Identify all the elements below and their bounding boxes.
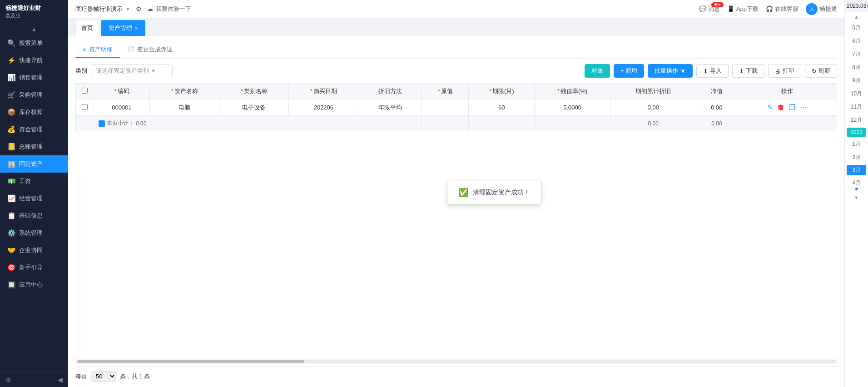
category-filter[interactable]: 请选择固定资产类别 ▼ xyxy=(91,64,173,77)
sidebar-item-label: 库存核算 xyxy=(19,108,43,116)
tab-asset-management[interactable]: 资产管理 × xyxy=(101,20,145,36)
date-item-jun[interactable]: 6月 xyxy=(845,35,868,48)
scroll-track[interactable] xyxy=(77,360,835,363)
operations-icon: 📈 xyxy=(7,194,15,203)
date-item-jan[interactable]: 1月 xyxy=(845,138,868,151)
sidebar-item-operations[interactable]: 📈 经营管理 xyxy=(0,190,68,207)
username-label: 畅捷通 xyxy=(819,5,837,13)
row-checkbox[interactable] xyxy=(82,104,88,110)
add-button[interactable]: + 新增 xyxy=(614,64,644,78)
import-button[interactable]: ⬇ 导入 xyxy=(696,64,729,78)
toast-success-icon: ✅ xyxy=(458,188,468,198)
sidebar-item-system[interactable]: ⚙️ 系统管理 xyxy=(0,224,68,242)
sidebar-item-label: 搜索菜单 xyxy=(19,39,43,47)
scroll-bar-area xyxy=(75,359,837,364)
sub-tab-voucher-gen[interactable]: 📄 变更生成凭证 xyxy=(120,42,180,58)
filter-placeholder: 请选择固定资产类别 xyxy=(96,67,149,75)
sub-tab-asset-detail[interactable]: ≡ 资产明细 xyxy=(75,42,120,58)
sidebar-item-payroll[interactable]: 💵 工资 xyxy=(0,173,68,190)
sidebar-item-label: 经营管理 xyxy=(19,194,43,203)
date-item-mar[interactable]: 3月 xyxy=(847,165,866,175)
sidebar-item-quicknav[interactable]: ⚡ 快捷导航 xyxy=(0,52,68,69)
sidebar-item-inventory[interactable]: 📦 库存核算 xyxy=(0,104,68,121)
date-item-aug[interactable]: 8月 xyxy=(845,61,868,74)
experience-button[interactable]: ☁ 我要体验一下 xyxy=(147,5,191,13)
pagination: 每页 50 10 20 100 条，共 1 条 xyxy=(75,366,837,382)
message-button[interactable]: 💬 消息 99+ xyxy=(699,5,720,13)
refresh-button[interactable]: ↻ 刷新 xyxy=(805,64,837,78)
print-icon: 🖨 xyxy=(775,68,781,74)
date-panel-title: 2023.03 xyxy=(847,3,866,9)
settings-gear-icon[interactable]: ⚙ xyxy=(136,5,142,13)
balance-button[interactable]: 对账 xyxy=(585,64,610,78)
date-item-may[interactable]: 5月 xyxy=(845,21,868,35)
copy-button[interactable]: ❐ xyxy=(789,104,795,111)
download-button[interactable]: ⬇ 下载 xyxy=(732,64,764,78)
per-page-select[interactable]: 50 10 20 100 xyxy=(91,371,116,382)
tab-close-icon[interactable]: × xyxy=(135,25,138,31)
edit-button[interactable]: ✎ xyxy=(767,104,773,111)
row-depreciation: 年限平均 xyxy=(358,99,422,116)
header-period: *期限(月) xyxy=(469,84,535,99)
header-net-value: 净值 xyxy=(696,84,737,99)
purchase-icon: 🛒 xyxy=(7,91,15,99)
date-panel-close-icon[interactable]: × xyxy=(866,3,868,9)
inventory-icon: 📦 xyxy=(7,108,15,116)
sidebar-item-enterprise[interactable]: 🤝 企业协同 xyxy=(0,242,68,259)
sales-icon: 📊 xyxy=(7,74,15,82)
print-button[interactable]: 🖨 打印 xyxy=(768,64,801,78)
row-actions: ✎ 🗑 ❐ ⋯ xyxy=(737,99,837,116)
scroll-thumb[interactable] xyxy=(77,360,304,363)
online-service-button[interactable]: 🎧 在线客服 xyxy=(766,5,799,13)
table-header-row: *编码 *资产名称 *类别名称 *购买日期 折旧方法 *原值 *期限(月) *残… xyxy=(76,84,837,99)
sidebar-scroll-up[interactable]: ▲ xyxy=(0,24,68,35)
row-initial-cumulative: 0.00 xyxy=(610,99,696,116)
refresh-label: 刷新 xyxy=(818,67,830,75)
app-download-label: App下载 xyxy=(736,5,759,13)
tab-home[interactable]: 首页 xyxy=(75,20,99,36)
subtotal-net-value: 0.00 xyxy=(696,116,737,131)
date-item-apr[interactable]: 4月 xyxy=(845,176,868,193)
settings-icon[interactable]: ⚙ xyxy=(5,376,11,383)
row-residual-rate: 5.0000 xyxy=(535,99,610,116)
sidebar-item-purchase[interactable]: 🛒 采购管理 xyxy=(0,86,68,104)
company-selector[interactable]: 医疗器械行业演示 ▼ xyxy=(75,5,130,13)
date-item-jul[interactable]: 7月 xyxy=(845,48,868,61)
voucher-gen-icon: 📄 xyxy=(127,46,134,53)
app-download-button[interactable]: 📱 App下载 xyxy=(727,5,759,13)
select-all-checkbox[interactable] xyxy=(82,88,88,94)
sidebar-item-basicinfo[interactable]: 📋 基础信息 xyxy=(0,207,68,224)
date-item-feb[interactable]: 2月 xyxy=(845,151,868,164)
sidebar-item-ledger[interactable]: 📒 总账管理 xyxy=(0,138,68,155)
sidebar-item-finance[interactable]: 💰 资金管理 xyxy=(0,121,68,138)
date-panel-scroll-up[interactable]: ▲ xyxy=(845,12,868,21)
date-item-dec[interactable]: 12月 xyxy=(845,114,868,127)
success-toast: ✅ 清理固定资产成功！ xyxy=(447,181,541,204)
sidebar-item-sales[interactable]: 📊 销售管理 xyxy=(0,69,68,86)
subtotal-empty1 xyxy=(422,116,469,131)
collapse-icon[interactable]: ◀ xyxy=(58,376,63,383)
app-download-icon: 📱 xyxy=(727,5,734,12)
subtotal-initial-cumulative: 0.00 xyxy=(610,116,696,131)
batch-button[interactable]: 批量操作 ▼ xyxy=(648,64,693,78)
sidebar-item-search[interactable]: 🔍 搜索菜单 xyxy=(0,35,68,52)
date-item-year-2023[interactable]: 2023 xyxy=(847,128,866,137)
sidebar-bottom: ⚙ ◀ xyxy=(0,372,68,387)
sidebar-item-guide[interactable]: 🎯 新手引导 xyxy=(0,259,68,276)
date-item-oct[interactable]: 10月 xyxy=(845,87,868,100)
delete-button[interactable]: 🗑 xyxy=(777,104,784,111)
more-button[interactable]: ⋯ xyxy=(800,104,807,111)
date-item-nov[interactable]: 11月 xyxy=(845,100,868,114)
main-area: 医疗器械行业演示 ▼ ⚙ ☁ 我要体验一下 💬 消息 99+ 📱 App下载 🎧… xyxy=(68,0,844,387)
header-purchase-date: *购买日期 xyxy=(289,84,358,99)
date-panel-header-icons: × ⤢ xyxy=(866,3,868,9)
date-item-sep[interactable]: 9月 xyxy=(845,74,868,87)
row-original-value xyxy=(422,99,469,116)
import-label: 导入 xyxy=(710,67,722,75)
date-panel-scroll-down[interactable]: ▼ xyxy=(845,193,868,202)
sidebar-item-assets[interactable]: 🏢 固定资产 xyxy=(0,155,68,173)
sidebar-item-apps[interactable]: 🔲 应用中心 xyxy=(0,276,68,293)
subtotal-empty3 xyxy=(535,116,610,131)
user-account[interactable]: 人 畅捷通 xyxy=(806,3,837,15)
guide-icon: 🎯 xyxy=(7,263,15,272)
